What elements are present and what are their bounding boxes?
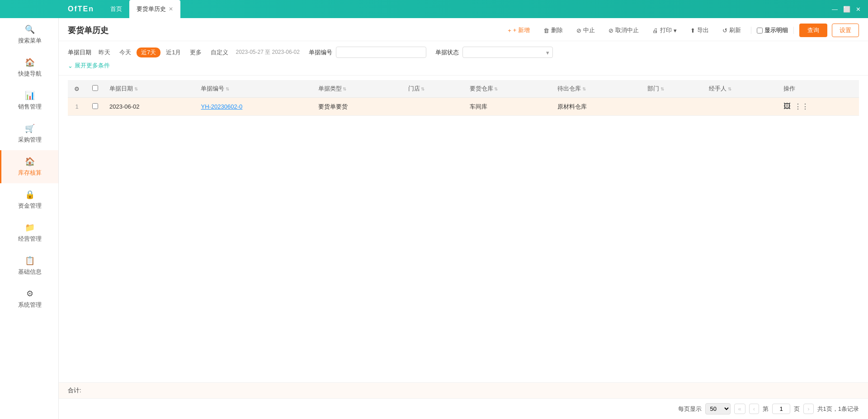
- refresh-button[interactable]: ↺ 刷新: [718, 24, 745, 37]
- date-btn-today[interactable]: 今天: [116, 48, 135, 57]
- date-btn-7days[interactable]: 近7天: [137, 48, 160, 57]
- display-cells-toggle: 显示明细: [757, 26, 788, 34]
- inventory-icon: 🏠: [25, 157, 35, 167]
- order-num-label: 单据编号: [309, 48, 332, 57]
- page-title: 要货单历史: [68, 25, 108, 36]
- sidebar-item-label: 库存核算: [18, 169, 42, 177]
- tab-home[interactable]: 首页: [103, 0, 129, 18]
- status-label: 单据状态: [435, 48, 459, 57]
- sidebar-item-shortcut[interactable]: 🏠 快捷导航: [0, 51, 58, 84]
- date-btn-more[interactable]: 更多: [186, 48, 205, 57]
- per-page-select[interactable]: 50 100: [705, 403, 731, 414]
- sidebar-item-inventory[interactable]: 🏠 库存核算: [0, 150, 58, 183]
- col-settings[interactable]: ⚙: [68, 80, 86, 98]
- sidebar-item-system[interactable]: ⚙ 系统管理: [0, 282, 58, 315]
- sidebar-item-purchase[interactable]: 🛒 采购管理: [0, 117, 58, 150]
- view-action-icon[interactable]: 🖼: [783, 102, 791, 111]
- sidebar-item-sales[interactable]: 📊 销售管理: [0, 84, 58, 117]
- expand-filter[interactable]: ⌄ 展开更多条件: [68, 62, 859, 70]
- col-department[interactable]: 部门: [642, 80, 703, 98]
- main-layout: 🔍 搜索菜单 🏠 快捷导航 📊 销售管理 🛒 采购管理 🏠 库存核算 🔒 资金管…: [0, 18, 868, 419]
- data-table: ⚙ 单据日期 单据编号 单据类型 门店 要货仓库 待出仓库 部门 经手人 操作: [68, 80, 859, 116]
- delete-button[interactable]: 🗑 删除: [539, 24, 567, 37]
- page-input[interactable]: [772, 404, 790, 414]
- sidebar-item-label: 资金管理: [18, 202, 42, 210]
- stop-icon: ⊘: [576, 27, 581, 34]
- cart-icon: 🛒: [25, 124, 35, 133]
- date-btn-custom[interactable]: 自定义: [207, 48, 232, 57]
- table-container: ⚙ 单据日期 单据编号 单据类型 门店 要货仓库 待出仓库 部门 经手人 操作: [59, 76, 868, 382]
- order-num-link[interactable]: YH-20230602-0: [201, 103, 242, 110]
- page-prefix: 第: [763, 405, 769, 413]
- close-window-btn[interactable]: ✕: [856, 6, 861, 13]
- query-button[interactable]: 查询: [799, 24, 827, 37]
- date-btn-yesterday[interactable]: 昨天: [95, 48, 114, 57]
- print-button[interactable]: 🖨 打印 ▾: [648, 24, 681, 37]
- sidebar-item-finance[interactable]: 🔒 资金管理: [0, 183, 58, 216]
- total-label: 合计:: [68, 386, 81, 395]
- home-icon: 🏠: [25, 57, 35, 67]
- table-row: 1 2023-06-02 YH-20230602-0 要货单要货 车间库 原材料…: [68, 98, 859, 116]
- tab-order-history[interactable]: 要货单历史 ✕: [129, 0, 180, 18]
- divider: [751, 27, 751, 34]
- export-icon: ⬆: [690, 27, 695, 34]
- display-cells-label[interactable]: 显示明细: [764, 26, 788, 34]
- sidebar-item-basic-info[interactable]: 📋 基础信息: [0, 249, 58, 282]
- row-num: 1: [68, 98, 86, 116]
- date-range: 2023-05-27 至 2023-06-02: [236, 48, 299, 56]
- col-order-num[interactable]: 单据编号: [195, 80, 312, 98]
- stop-button[interactable]: ⊘ 中止: [572, 24, 599, 37]
- first-page-btn[interactable]: «: [734, 404, 745, 414]
- col-from-warehouse[interactable]: 要货仓库: [464, 80, 552, 98]
- order-num-group: 单据编号: [309, 47, 426, 58]
- row-select-checkbox[interactable]: [92, 103, 98, 109]
- col-order-type[interactable]: 单据类型: [313, 80, 403, 98]
- status-select[interactable]: [462, 47, 553, 58]
- date-buttons: 昨天 今天 近7天 近1月 更多 自定义: [95, 48, 232, 57]
- sidebar-item-search[interactable]: 🔍 搜索菜单: [0, 18, 58, 51]
- sidebar-item-label: 系统管理: [18, 301, 42, 309]
- chevron-down-icon: ⌄: [68, 62, 73, 69]
- toolbar: + + 新增 🗑 删除 ⊘ 中止 ⊘ 取消中止 🖨 打印: [503, 24, 859, 37]
- next-page-btn[interactable]: ›: [803, 404, 813, 414]
- sidebar-item-label: 快捷导航: [18, 70, 42, 78]
- per-page-label: 每页显示: [678, 405, 702, 413]
- refresh-icon: ↺: [722, 27, 727, 34]
- select-all-checkbox[interactable]: [92, 85, 98, 91]
- col-checkbox: [86, 80, 104, 98]
- col-handler[interactable]: 经手人: [703, 80, 778, 98]
- clipboard-icon: 📋: [25, 256, 35, 266]
- col-store[interactable]: 门店: [403, 80, 464, 98]
- gear-icon: ⚙: [26, 289, 33, 299]
- order-num-input[interactable]: [336, 47, 426, 58]
- pagination: 每页显示 50 100 « ‹ 第 页 › 共1页，1条记录: [59, 398, 868, 419]
- table-footer: 合计:: [59, 382, 868, 398]
- prev-page-btn[interactable]: ‹: [749, 404, 759, 414]
- sidebar: 🔍 搜索菜单 🏠 快捷导航 📊 销售管理 🛒 采购管理 🏠 库存核算 🔒 资金管…: [0, 18, 59, 419]
- print-dropdown-icon: ▾: [674, 27, 677, 34]
- settings-button[interactable]: 设置: [832, 24, 859, 37]
- sidebar-item-operations[interactable]: 📁 经营管理: [0, 216, 58, 249]
- col-to-warehouse[interactable]: 待出仓库: [552, 80, 642, 98]
- export-button[interactable]: ⬆ 导出: [686, 24, 713, 37]
- sidebar-item-label: 搜索菜单: [18, 37, 42, 45]
- date-filter-group: 单据日期 昨天 今天 近7天 近1月 更多 自定义 2023-05-27 至 2…: [68, 48, 300, 57]
- row-order-num[interactable]: YH-20230602-0: [195, 98, 312, 116]
- sidebar-item-label: 经营管理: [18, 235, 42, 243]
- minimize-btn[interactable]: —: [832, 6, 838, 13]
- brand-logo: OfTEn: [59, 5, 103, 13]
- new-button[interactable]: + + 新增: [503, 24, 534, 37]
- col-date[interactable]: 单据日期: [104, 80, 195, 98]
- date-btn-1month[interactable]: 近1月: [162, 48, 184, 57]
- cancel-stop-icon: ⊘: [609, 27, 613, 34]
- chart-icon: 📊: [25, 90, 35, 100]
- row-to-warehouse: 原材料仓库: [552, 98, 642, 116]
- window-controls: — ⬜ ✕: [832, 6, 868, 13]
- display-cells-checkbox[interactable]: [757, 28, 763, 33]
- close-tab-icon[interactable]: ✕: [169, 6, 173, 12]
- col-action: 操作: [778, 80, 859, 98]
- row-checkbox: [86, 98, 104, 116]
- cancel-stop-button[interactable]: ⊘ 取消中止: [604, 24, 643, 37]
- more-action-icon[interactable]: ⋮⋮: [794, 102, 809, 111]
- maximize-btn[interactable]: ⬜: [843, 6, 850, 13]
